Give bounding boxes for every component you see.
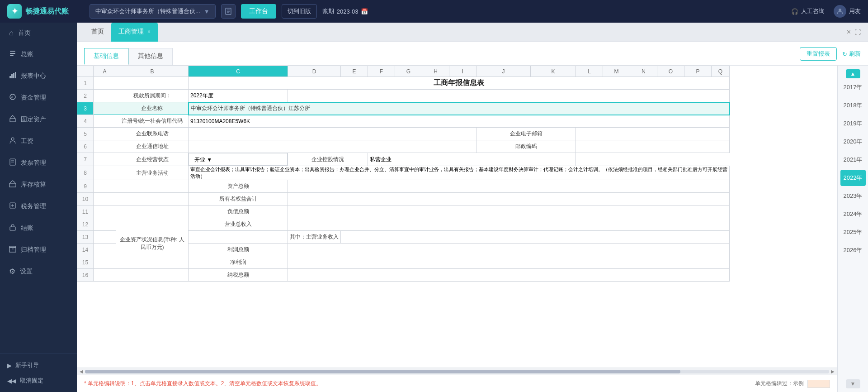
cell-1b[interactable] [116, 77, 189, 90]
cell-2a[interactable] [94, 90, 116, 102]
scroll-thumb[interactable] [85, 370, 680, 373]
sidebar-item-invoice[interactable]: 发票管理 [0, 152, 77, 174]
reset-button[interactable]: 重置报表 [800, 47, 837, 61]
cell-2c[interactable]: 2022年度 [189, 90, 288, 102]
sidebar-item-ledger[interactable]: 总账 [0, 43, 77, 65]
cell-7c[interactable]: 开业 ▼ [189, 153, 288, 166]
panel-down-arrow[interactable]: ▼ [846, 379, 860, 388]
scroll-track[interactable] [85, 370, 829, 373]
year-item-2023[interactable]: 2023年 [840, 188, 866, 204]
cell-10b[interactable] [116, 193, 189, 206]
cell-13e[interactable] [341, 231, 730, 244]
cell-4c[interactable]: 91320100MA208E5W6K [189, 115, 730, 128]
tab-gongshang[interactable]: 工商管理 × [111, 23, 158, 42]
cell-10d[interactable] [288, 193, 730, 206]
tab-close-window-icon[interactable]: × [847, 28, 851, 36]
sidebar-item-tax[interactable]: 税务管理 [0, 196, 77, 217]
cell-7k[interactable]: 私营企业 [368, 153, 576, 166]
cell-11d[interactable] [288, 206, 730, 218]
sidebar-item-settings[interactable]: ⚙ 设置 [0, 261, 77, 282]
sub-tabs: 基础信息 其他信息 [84, 48, 173, 65]
cell-3a[interactable] [94, 102, 116, 115]
cell-15d[interactable] [288, 256, 730, 269]
cell-10a[interactable] [94, 193, 116, 206]
sidebar-bottom: ▶ 新手引导 ◀◀ 取消固定 [0, 354, 77, 392]
cell-8c[interactable]: 审查企业会计报表；出具审计报告；验证企业资本；出具验资报告；办理企业合并、分立、… [189, 166, 730, 180]
sidebar-item-capital[interactable]: ¥ 资金管理 [0, 87, 77, 109]
company-selector[interactable]: 中审众环会计师事务所（特殊普通合伙... ▼ [90, 4, 216, 19]
row-num-10: 10 [77, 193, 94, 206]
cell-13c[interactable] [189, 231, 288, 244]
cell-6c[interactable] [189, 140, 476, 153]
cell-7a[interactable] [94, 153, 116, 166]
sidebar-item-archive[interactable]: 归档管理 [0, 239, 77, 261]
calendar-icon[interactable]: 📅 [361, 8, 368, 15]
cell-14d[interactable] [288, 244, 730, 256]
cell-13a[interactable] [94, 231, 116, 244]
cell-16d[interactable] [288, 269, 730, 282]
cell-1a[interactable] [94, 77, 116, 90]
scroll-left-arrow[interactable]: ◀ [78, 368, 85, 375]
cell-6a[interactable] [94, 140, 116, 153]
cell-5k[interactable] [576, 128, 730, 140]
cell-12a[interactable] [94, 218, 116, 231]
year-item-2022[interactable]: 2022年 [840, 170, 866, 186]
cell-5c[interactable] [189, 128, 476, 140]
new-guide-button[interactable]: ▶ 新手引导 [7, 359, 70, 371]
scroll-right-arrow[interactable]: ▶ [829, 368, 836, 375]
cell-2d[interactable] [288, 90, 730, 102]
year-item-2018[interactable]: 2018年 [840, 97, 866, 114]
cell-5a[interactable] [94, 128, 116, 140]
cell-15a[interactable] [94, 256, 116, 269]
table-row: 9 资产总额 [77, 180, 730, 193]
user-area[interactable]: 用友 [834, 5, 861, 18]
sidebar-item-close[interactable]: 结账 [0, 217, 77, 239]
year-item-2019[interactable]: 2019年 [840, 115, 866, 132]
sidebar-item-inventory[interactable]: 库存核算 [0, 174, 77, 196]
cell-6j: 邮政编码 [476, 140, 576, 153]
row-num-6: 6 [77, 140, 94, 153]
cell-3c[interactable]: 中审众环会计师事务所（特殊普通合伙）江苏分所 [189, 102, 730, 115]
year-item-2021[interactable]: 2021年 [840, 152, 866, 168]
sidebar-item-report[interactable]: 报表中心 [0, 65, 77, 87]
cell-12d[interactable] [288, 218, 730, 231]
tab-expand-icon[interactable]: ⛶ [854, 29, 861, 36]
cell-14a[interactable] [94, 244, 116, 256]
old-version-button[interactable]: 切到旧版 [282, 4, 317, 19]
tab-home[interactable]: 首页 [84, 23, 111, 42]
svg-point-15 [11, 138, 14, 140]
sub-tab-basic[interactable]: 基础信息 [84, 48, 128, 65]
document-icon[interactable] [221, 4, 236, 19]
refresh-button[interactable]: ↻ 刷新 [842, 50, 861, 58]
cell-16a[interactable] [94, 269, 116, 282]
cell-11a[interactable] [94, 206, 116, 218]
cell-6k[interactable] [576, 140, 730, 153]
cell-8a[interactable] [94, 166, 116, 180]
year-item-2020[interactable]: 2020年 [840, 134, 866, 150]
cell-16b[interactable] [116, 269, 189, 282]
year-item-2017[interactable]: 2017年 [840, 79, 866, 96]
year-item-2025[interactable]: 2025年 [840, 224, 866, 240]
spreadsheet-wrapper[interactable]: A B C D E F G H I J [77, 66, 837, 368]
cell-9b[interactable] [116, 180, 189, 193]
tab-close-icon[interactable]: × [147, 29, 151, 35]
cell-9d[interactable] [288, 180, 730, 193]
cell-11b[interactable] [116, 206, 189, 218]
year-item-2026[interactable]: 2026年 [840, 242, 866, 258]
sidebar-item-salary[interactable]: 工资 [0, 130, 77, 152]
tab-home-label: 首页 [91, 28, 104, 36]
sub-tab-other[interactable]: 其他信息 [128, 48, 173, 65]
sidebar-item-home[interactable]: ⌂ 首页 [0, 23, 77, 43]
horizontal-scrollbar[interactable]: ◀ ▶ [77, 368, 837, 375]
topbar: ✦ 畅捷通易代账 中审众环会计师事务所（特殊普通合伙... ▼ 工作台 切到旧版… [0, 0, 868, 23]
support-button[interactable]: 🎧 人工咨询 [791, 7, 825, 15]
cell-9a[interactable] [94, 180, 116, 193]
sidebar-item-assets[interactable]: 固定资产 [0, 109, 77, 130]
panel-up-arrow[interactable]: ▲ [846, 69, 860, 78]
workbench-button[interactable]: 工作台 [241, 4, 276, 19]
table-row: 4 注册号/统一社会信用代码 91320100MA208E5W6K [77, 115, 730, 128]
cancel-pin-button[interactable]: ◀◀ 取消固定 [7, 375, 70, 387]
cell-4a[interactable] [94, 115, 116, 128]
year-item-2024[interactable]: 2024年 [840, 206, 866, 222]
svg-point-4 [839, 9, 841, 11]
